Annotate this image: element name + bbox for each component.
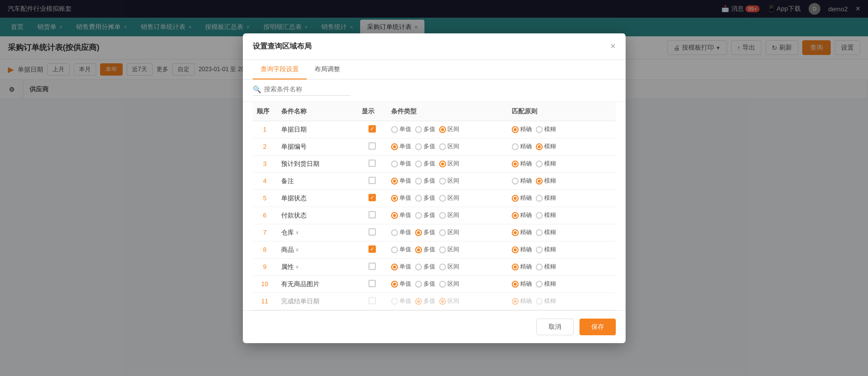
tab-query-fields[interactable]: 查询字段设置 bbox=[253, 60, 307, 80]
settings-dialog: 设置查询区域布局 × 查询字段设置 布局调整 🔍 顺序 bbox=[243, 33, 626, 100]
search-input[interactable] bbox=[264, 85, 351, 93]
search-input-wrap[interactable]: 🔍 bbox=[253, 85, 351, 96]
dialog-tabs: 查询字段设置 布局调整 bbox=[243, 60, 626, 80]
search-box: 🔍 bbox=[243, 80, 626, 100]
dialog-close-button[interactable]: × bbox=[610, 41, 616, 52]
tab-layout-adjust[interactable]: 布局调整 bbox=[307, 60, 348, 80]
dialog-title: 设置查询区域布局 bbox=[253, 42, 312, 51]
search-icon: 🔍 bbox=[253, 85, 261, 93]
modal-overlay: 设置查询区域布局 × 查询字段设置 布局调整 🔍 顺序 bbox=[0, 0, 868, 99]
dialog-header: 设置查询区域布局 × bbox=[243, 33, 626, 60]
